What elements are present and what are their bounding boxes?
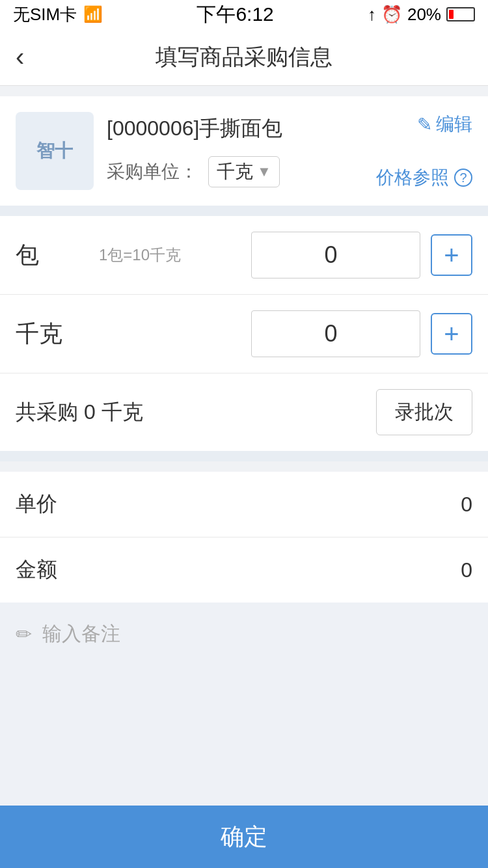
page-title: 填写商品采购信息	[156, 42, 332, 72]
unit-label-text: 采购单位：	[107, 159, 198, 184]
remark-placeholder: 输入备注	[42, 621, 120, 647]
amount-label: 金额	[16, 556, 57, 584]
separator-1	[0, 206, 488, 216]
status-bar: 无SIM卡 📶 下午6:12 ↑ ⏰ 20%	[0, 0, 488, 29]
input-section: 包 1包=10千克 + 千克 +	[0, 216, 488, 373]
kg-label: 千克	[16, 318, 94, 350]
edit-icon: ✎	[417, 114, 432, 135]
status-time: 下午6:12	[197, 1, 273, 28]
price-section: 单价 0 金额 0	[0, 472, 488, 603]
record-batch-button[interactable]: 录批次	[376, 389, 472, 435]
unit-select[interactable]: 千克 ▼	[208, 156, 280, 187]
package-label: 包	[16, 239, 94, 271]
package-input-row: 包 1包=10千克 +	[0, 216, 488, 295]
package-sublabel: 1包=10千克	[99, 245, 181, 265]
edit-button[interactable]: ✎ 编辑	[417, 112, 472, 137]
package-plus-button[interactable]: +	[431, 234, 472, 276]
amount-row: 金额 0	[0, 537, 488, 603]
package-field-wrap: +	[181, 232, 472, 278]
separator-2	[0, 451, 488, 461]
unit-price-label: 单价	[16, 490, 57, 519]
pencil-icon: ✏	[16, 623, 32, 645]
remark-section[interactable]: ✏ 输入备注	[0, 603, 488, 666]
total-label: 共采购 0 千克	[16, 398, 143, 427]
price-ref-button[interactable]: 价格参照 ?	[376, 165, 472, 190]
location-icon: ↑	[368, 5, 376, 25]
package-input[interactable]	[251, 232, 420, 278]
status-left: 无SIM卡 📶	[13, 3, 103, 26]
total-row: 共采购 0 千克 录批次	[0, 373, 488, 451]
battery-percent: 20%	[407, 5, 441, 25]
help-icon: ?	[454, 169, 472, 187]
confirm-button[interactable]: 确定	[0, 806, 488, 868]
kg-input-row: 千克 +	[0, 295, 488, 373]
unit-price-value: 0	[461, 493, 472, 517]
unit-price-row: 单价 0	[0, 472, 488, 537]
carrier-text: 无SIM卡	[13, 3, 77, 26]
alarm-icon: ⏰	[381, 5, 402, 25]
kg-field-wrap: +	[94, 310, 472, 357]
edit-label: 编辑	[436, 112, 472, 137]
chevron-down-icon: ▼	[257, 163, 271, 180]
nav-bar: ‹ 填写商品采购信息	[0, 29, 488, 86]
product-image: 智十	[16, 112, 94, 190]
kg-plus-button[interactable]: +	[431, 313, 472, 355]
unit-value: 千克	[217, 159, 253, 184]
back-button[interactable]: ‹	[16, 42, 24, 72]
price-ref-label: 价格参照	[376, 165, 449, 190]
product-card: 智十 [0000006]手撕面包 采购单位： 千克 ▼ ✎ 编辑 价格参照 ?	[0, 96, 488, 206]
product-logo: 智十	[36, 139, 73, 163]
battery-icon	[446, 7, 475, 21]
wifi-icon: 📶	[83, 5, 103, 23]
kg-input[interactable]	[251, 310, 420, 357]
status-right: ↑ ⏰ 20%	[368, 5, 475, 25]
amount-value: 0	[461, 558, 472, 582]
